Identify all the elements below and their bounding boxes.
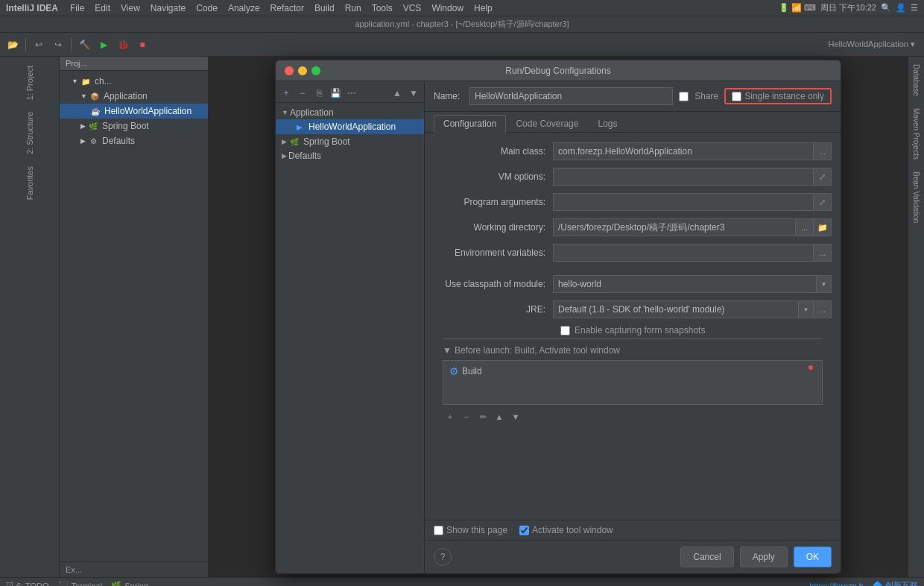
tab-code-coverage[interactable]: Code Coverage: [506, 115, 588, 132]
bl-remove-btn[interactable]: −: [459, 409, 474, 424]
editor-area: Run/Debug Configurations + − ⎘ 💾 ⋯ ▲: [209, 57, 908, 577]
menu-edit[interactable]: Edit: [90, 1, 115, 15]
tree-item-ch[interactable]: ▼ 📁 ch...: [60, 74, 208, 89]
bl-add-btn[interactable]: +: [443, 409, 458, 424]
menu-file[interactable]: File: [66, 1, 89, 15]
minimize-button[interactable]: [298, 66, 307, 75]
cancel-button[interactable]: Cancel: [680, 546, 733, 567]
right-tab-validation[interactable]: Bean Validation: [911, 167, 922, 227]
spring-status-icon: 🌿: [111, 581, 121, 586]
activate-tool-checkbox[interactable]: [519, 526, 529, 535]
apply-button[interactable]: Apply: [740, 546, 788, 567]
copy-config-btn[interactable]: ⎘: [311, 86, 326, 101]
toolbar-btn-hammer[interactable]: 🔨: [76, 37, 92, 53]
status-terminal[interactable]: ⬛ Terminal: [58, 581, 103, 586]
menu-help[interactable]: Help: [469, 1, 497, 15]
env-vars-browse-btn[interactable]: ...: [814, 244, 832, 262]
share-row: Share: [679, 91, 718, 101]
toolbar-config-name[interactable]: HelloWorldApplication ▾: [824, 40, 920, 49]
sidebar-tab-favorites[interactable]: Favorites: [22, 160, 37, 206]
toolbar-btn-stop[interactable]: ■: [134, 37, 151, 53]
main-class-input[interactable]: [553, 142, 814, 160]
single-instance-checkbox[interactable]: [732, 92, 741, 101]
build-item[interactable]: ⚙ Build: [446, 364, 819, 379]
config-group-application[interactable]: ▼ Application: [276, 106, 424, 119]
env-vars-input[interactable]: [553, 244, 814, 262]
config-arrow: ▼: [282, 109, 288, 116]
help-button[interactable]: ?: [434, 548, 452, 566]
bottom-options: Show this page Activate tool window: [425, 520, 841, 540]
sidebar-tab-project[interactable]: 1: Project: [22, 60, 37, 106]
classpath-select[interactable]: hello-world: [553, 275, 817, 293]
remove-config-btn[interactable]: −: [295, 86, 310, 101]
vm-options-input[interactable]: [553, 168, 814, 186]
tree-item-defaults[interactable]: ▶ ⚙ Defaults: [60, 133, 208, 148]
sidebar-tab-structure[interactable]: 2: Structure: [22, 106, 37, 160]
toolbar-btn-run[interactable]: ▶: [95, 37, 112, 53]
menu-refactor[interactable]: Refactor: [266, 1, 308, 15]
single-instance-label: Single instance only: [744, 91, 824, 101]
menu-icon[interactable]: ☰: [911, 3, 918, 13]
save-config-btn[interactable]: 💾: [328, 86, 343, 101]
bl-down-btn[interactable]: ▼: [508, 409, 523, 424]
status-spring[interactable]: 🌿 Spring: [111, 581, 148, 586]
sort-down-btn[interactable]: ▼: [406, 86, 421, 101]
menu-run[interactable]: Run: [341, 1, 366, 15]
status-todo[interactable]: ☑ 6: TODO: [6, 581, 49, 586]
menu-build[interactable]: Build: [310, 1, 339, 15]
menu-vcs[interactable]: VCS: [399, 1, 426, 15]
program-args-expand-btn[interactable]: ⤢: [814, 193, 832, 211]
before-launch-content: ⚙ Build: [443, 360, 823, 405]
close-button[interactable]: [285, 66, 294, 75]
menu-view[interactable]: View: [116, 1, 145, 15]
right-tab-maven[interactable]: Maven Projects: [911, 104, 922, 164]
maximize-button[interactable]: [311, 66, 320, 75]
jre-select[interactable]: Default (1.8 - SDK of 'hello-world' modu…: [553, 300, 799, 318]
explorer-icon[interactable]: Ex...: [66, 565, 82, 574]
traffic-lights: [285, 66, 320, 75]
config-group-defaults[interactable]: ▶ Defaults: [276, 149, 424, 163]
name-input[interactable]: [469, 87, 673, 105]
tree-item-helloworld[interactable]: ☕ HelloWorldApplication: [60, 104, 208, 119]
tree-item-label: ch...: [95, 76, 112, 86]
user-icon[interactable]: 👤: [896, 3, 906, 13]
search-icon[interactable]: 🔍: [881, 3, 891, 13]
menu-navigate[interactable]: Navigate: [146, 1, 190, 15]
config-tree-toolbar: + − ⎘ 💾 ⋯ ▲ ▼: [276, 84, 424, 103]
working-dir-expand-btn[interactable]: 📁: [814, 218, 832, 236]
tree-item-application[interactable]: ▼ 📦 Application: [60, 89, 208, 104]
more-config-btn[interactable]: ⋯: [344, 86, 359, 101]
main-class-browse-btn[interactable]: ...: [814, 142, 832, 160]
menu-window[interactable]: Window: [427, 1, 468, 15]
toolbar-btn-2[interactable]: ↩: [31, 37, 47, 53]
menu-tools[interactable]: Tools: [367, 1, 397, 15]
ok-button[interactable]: OK: [794, 546, 832, 567]
working-dir-browse-btn[interactable]: ...: [796, 218, 814, 236]
menu-code[interactable]: Code: [192, 1, 222, 15]
before-launch-header[interactable]: ▼ Before launch: Build, Activate tool wi…: [443, 344, 823, 357]
program-args-input[interactable]: [553, 193, 814, 211]
toolbar-btn-1[interactable]: 📂: [4, 37, 21, 53]
tab-logs[interactable]: Logs: [588, 115, 627, 132]
capturing-checkbox[interactable]: [560, 326, 570, 335]
right-tab-database[interactable]: Database: [911, 60, 922, 101]
jre-browse-btn[interactable]: ...: [814, 300, 832, 318]
menu-analyze[interactable]: Analyze: [224, 1, 265, 15]
config-group-springboot[interactable]: ▶ 🌿 Spring Boot: [276, 134, 424, 149]
show-page-checkbox[interactable]: [434, 526, 443, 535]
tab-configuration[interactable]: Configuration: [434, 115, 506, 133]
add-config-btn[interactable]: +: [279, 86, 294, 101]
defaults-icon: ⚙: [87, 135, 99, 147]
config-item-helloworld[interactable]: ▶ HelloWorldApplication: [276, 119, 424, 134]
spring-icon: 🌿: [87, 120, 99, 132]
env-vars-row: Environment variables: ...: [434, 240, 832, 265]
toolbar-btn-debug[interactable]: 🐞: [115, 37, 131, 53]
vm-options-expand-btn[interactable]: ⤢: [814, 168, 832, 186]
working-dir-input[interactable]: [553, 218, 796, 236]
share-checkbox[interactable]: [679, 92, 689, 101]
tree-item-springboot[interactable]: ▶ 🌿 Spring Boot: [60, 119, 208, 133]
bl-edit-btn[interactable]: ✏: [475, 409, 490, 424]
sort-up-btn[interactable]: ▲: [390, 86, 405, 101]
bl-up-btn[interactable]: ▲: [492, 409, 507, 424]
toolbar-btn-3[interactable]: ↪: [50, 37, 66, 53]
